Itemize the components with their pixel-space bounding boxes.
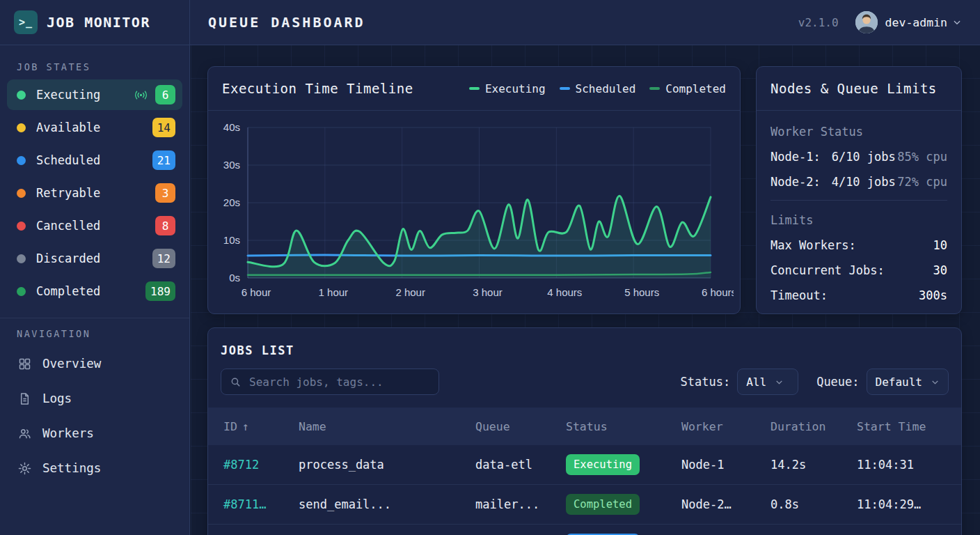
svg-text:1 hour: 1 hour	[319, 286, 349, 298]
column-header[interactable]: Duration	[770, 420, 857, 433]
sidebar-state-item[interactable]: Discarded 12	[7, 243, 182, 274]
svg-text:10s: 10s	[223, 234, 240, 246]
nav-label: Settings	[42, 461, 101, 475]
timeline-chart: 0s10s20s30s40s6 hour1 hour2 hour3 hour4 …	[208, 111, 734, 310]
limit-label: Concurrent Jobs:	[770, 263, 885, 277]
jobs-list-header: JOBS LIST	[208, 328, 961, 357]
sidebar-state-item[interactable]: Scheduled 21	[7, 145, 182, 176]
page-title: QUEUE DASHBOARD	[208, 14, 365, 31]
column-header[interactable]: Start Time	[857, 420, 946, 433]
column-label: Status	[566, 420, 608, 433]
sidebar-state-item[interactable]: Executing 6	[7, 79, 182, 110]
main-content: Execution Time Timeline Executing Schedu…	[191, 45, 980, 535]
column-label: Queue	[475, 420, 510, 433]
state-count-badge: 21	[152, 150, 175, 170]
legend-label: Completed	[665, 82, 726, 95]
limit-label: Timeout:	[770, 288, 828, 302]
app-window: >_ JOB MONITOR QUEUE DASHBOARD v2.1.0 de…	[0, 0, 980, 535]
job-id-link[interactable]: #8712	[223, 458, 299, 472]
sidebar-item-workers[interactable]: Workers	[0, 416, 189, 451]
chart-legend: Executing Scheduled Completed	[469, 82, 726, 95]
job-states-section-label: JOB STATES	[17, 61, 189, 72]
search-input[interactable]	[248, 375, 430, 389]
username: dev-admin	[885, 16, 947, 29]
legend-item[interactable]: Completed	[649, 82, 726, 95]
header-main: QUEUE DASHBOARD v2.1.0 dev-admin	[190, 0, 980, 45]
node-name: Node-2:	[770, 175, 821, 189]
user-menu[interactable]: dev-admin	[855, 11, 962, 33]
node-cpu: 85% cpu	[897, 150, 947, 164]
node-jobs: 4/10 jobs	[832, 175, 896, 189]
job-start-time: 11:04:31	[857, 458, 946, 472]
job-id-link[interactable]: #8711…	[223, 497, 299, 511]
node-name: Node-1:	[770, 150, 821, 164]
node-jobs: 6/10 jobs	[832, 150, 896, 164]
state-color-dot	[17, 287, 26, 296]
status-badge: Completed	[566, 494, 640, 515]
column-label: Worker	[681, 420, 723, 433]
avatar	[855, 11, 878, 33]
job-queue: mailer...	[475, 497, 566, 511]
version-label: v2.1.0	[798, 16, 839, 29]
column-header[interactable]: Queue	[475, 420, 566, 433]
nav-label: Workers	[42, 426, 94, 440]
table-row[interactable]: #8712 process_data data-etl Executing No…	[208, 445, 961, 485]
job-worker: Node-2…	[681, 497, 770, 511]
state-color-dot	[17, 254, 26, 263]
legend-swatch	[649, 87, 660, 90]
limit-row: Timeout: 300s	[770, 288, 947, 302]
navigation-section-label: NAVIGATION	[17, 328, 189, 339]
svg-text:30s: 30s	[223, 159, 240, 171]
table-row[interactable]: #8711… send_email... mailer... Completed…	[208, 485, 961, 525]
column-header[interactable]: Worker	[681, 420, 770, 433]
svg-text:6 hour: 6 hour	[242, 286, 271, 298]
sidebar-item-overview[interactable]: Overview	[0, 346, 189, 381]
sidebar-state-item[interactable]: Available 14	[7, 112, 182, 143]
chevron-down-icon	[775, 378, 784, 387]
state-label: Available	[36, 121, 152, 134]
job-status-cell: Completed	[566, 494, 681, 515]
sidebar-state-item[interactable]: Completed 189	[7, 276, 182, 307]
jobs-list-card: JOBS LIST Status: All	[207, 327, 962, 535]
queue-filter-select[interactable]: Default	[867, 369, 949, 395]
job-name: process_data	[299, 458, 475, 472]
search-box[interactable]	[221, 369, 439, 395]
legend-item[interactable]: Executing	[469, 82, 546, 95]
search-icon	[230, 376, 242, 388]
gear-icon	[17, 461, 32, 476]
status-filter-value: All	[746, 375, 766, 389]
chevron-down-icon	[952, 17, 962, 27]
top-bar: >_ JOB MONITOR QUEUE DASHBOARD v2.1.0 de…	[0, 0, 980, 45]
state-count-badge: 8	[155, 216, 175, 235]
state-count-badge: 6	[155, 85, 175, 104]
legend-swatch	[560, 87, 570, 90]
state-label: Completed	[36, 284, 145, 298]
queue-filter-value: Default	[876, 375, 922, 389]
sidebar-divider	[0, 318, 189, 318]
column-header[interactable]: ID ↑	[223, 420, 299, 433]
job-start-time: 11:04:29…	[857, 497, 946, 511]
status-filter-select[interactable]: All	[737, 369, 798, 395]
column-header[interactable]: Name	[299, 420, 475, 433]
sort-asc-icon: ↑	[242, 420, 249, 433]
state-label: Executing	[36, 88, 133, 102]
column-header[interactable]: Status	[566, 420, 681, 433]
state-count-badge: 189	[145, 281, 175, 301]
legend-item[interactable]: Scheduled	[560, 82, 636, 95]
node-cpu: 72% cpu	[897, 175, 947, 189]
nodes-limits-card: Nodes & Queue Limits Worker Status Node-…	[756, 66, 962, 314]
jobs-table: ID ↑ Name Queue	[208, 408, 961, 535]
sidebar-item-logs[interactable]: Logs	[0, 381, 189, 416]
queue-filter-label: Queue:	[816, 375, 859, 389]
table-row[interactable]: #8710 process_data mailer Scheduled Node…	[208, 525, 961, 535]
limit-value: 300s	[919, 288, 947, 302]
sidebar-state-item[interactable]: Cancelled 8	[7, 210, 182, 241]
sidebar-state-item[interactable]: Retryable 3	[7, 178, 182, 208]
job-worker: Node-1	[681, 458, 770, 472]
state-label: Cancelled	[36, 219, 155, 233]
sidebar-item-settings[interactable]: Settings	[0, 451, 189, 486]
execution-timeline-card: Execution Time Timeline Executing Schedu…	[207, 66, 741, 314]
state-count-badge: 12	[152, 249, 175, 268]
terminal-logo-icon: >_	[14, 10, 38, 34]
column-label: Name	[299, 420, 326, 433]
